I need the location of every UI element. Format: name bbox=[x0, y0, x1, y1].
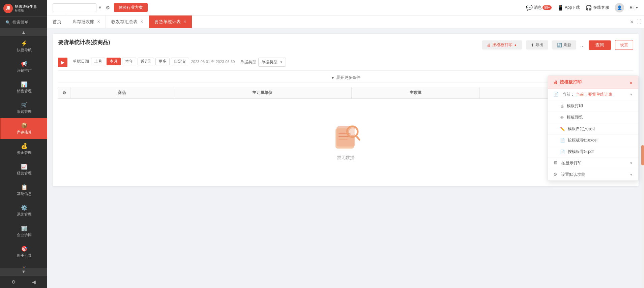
template-excel-item[interactable]: 📄 按模板导出excel bbox=[548, 135, 638, 146]
user-dropdown-arrow: ▼ bbox=[635, 6, 639, 9]
username-label[interactable]: Rit ▼ bbox=[630, 5, 639, 10]
topbar-search-input[interactable] bbox=[53, 3, 96, 12]
date-btn-custom[interactable]: 自定义 bbox=[171, 58, 189, 65]
template-print-icon: 🖨 bbox=[560, 104, 564, 108]
search-icon: 🔍 bbox=[5, 20, 10, 25]
table-col-product: 商品 bbox=[70, 87, 173, 99]
filter-expand-icon: ▶ bbox=[61, 60, 65, 65]
sidebar-item-basic[interactable]: 📋 基础信息 bbox=[0, 180, 47, 200]
guide-icon: 🎯 bbox=[21, 246, 28, 252]
settings-btn[interactable]: 设置 bbox=[615, 40, 633, 50]
sidebar-item-quick-nav[interactable]: ⚡ 快捷导航 bbox=[0, 36, 47, 57]
template-print-item[interactable]: 🖨 模板打印 bbox=[548, 100, 638, 112]
empty-icon bbox=[330, 119, 361, 149]
template-pdf-icon: 📄 bbox=[560, 150, 565, 154]
expand-conditions-btn[interactable]: ▼ 展开更多条件 bbox=[331, 75, 360, 81]
template-pdf-item[interactable]: 📄 按模板导出pdf bbox=[548, 146, 638, 158]
operation-icon: 📈 bbox=[21, 163, 28, 170]
table-col-settings[interactable]: ⚙ bbox=[58, 87, 70, 99]
minimize-window-btn[interactable]: ✕ bbox=[630, 19, 634, 25]
more-options-btn[interactable]: ... bbox=[580, 42, 585, 48]
sidebar-nav: ⚡ 快捷导航 📢 营销推广 📊 销售管理 🛒 采购管理 📦 库存核算 💰 资金管… bbox=[0, 36, 47, 268]
message-badge: 99+ bbox=[543, 5, 552, 10]
collapse-btn[interactable]: ◀ bbox=[32, 279, 36, 285]
basic-icon: 📋 bbox=[21, 184, 28, 190]
current-template-row[interactable]: 📄 当前： 当前：要货单统计表 ▼ bbox=[548, 89, 638, 100]
tab-close-collection-summary[interactable]: ✕ bbox=[140, 20, 143, 24]
set-default-row[interactable]: ⚙ 设置默认功能 ▼ bbox=[548, 169, 638, 181]
table-col-unit: 主计量单位 bbox=[173, 87, 352, 99]
sidebar-item-operation[interactable]: 📈 经营管理 bbox=[0, 159, 47, 180]
date-buttons: 上月 本月 本年 近7天 更多 自定义 bbox=[91, 58, 189, 65]
refresh-btn[interactable]: 🔄 刷新 bbox=[552, 40, 576, 50]
sidebar-footer: ⚙ ◀ bbox=[0, 276, 47, 288]
date-btn-more[interactable]: 更多 bbox=[155, 58, 170, 65]
scrollbar-track[interactable] bbox=[641, 28, 644, 288]
tab-order-stats[interactable]: 要货单统计表 ✕ bbox=[149, 15, 192, 28]
print-dropdown-popup: 🖨 按模板打印 ▲ 📄 当前： 当前：要货单统计表 ▼ 🖨 模板打印 bbox=[548, 75, 639, 181]
tab-close-order-stats[interactable]: ✕ bbox=[183, 20, 186, 24]
quick-nav-icon: ⚡ bbox=[21, 40, 28, 46]
sidebar-item-marketing[interactable]: 📢 营销推广 bbox=[0, 57, 47, 77]
tabs-end: ✕ ⛶ bbox=[192, 19, 644, 25]
print-icon: 🖨 bbox=[487, 43, 491, 47]
sidebar-item-finance[interactable]: 💰 资金管理 bbox=[0, 139, 47, 159]
export-icon: ⬆ bbox=[531, 43, 534, 47]
date-filter-label: 单据日期 bbox=[73, 59, 89, 64]
tab-home[interactable]: 首页 bbox=[47, 15, 67, 28]
tab-inventory-batch[interactable]: 库存批次账 ✕ bbox=[67, 15, 106, 28]
type-filter-label: 单据类型 bbox=[240, 59, 256, 65]
trial-industry-btn[interactable]: 体验行业方案 bbox=[114, 3, 148, 12]
type-filter-group: 单据类型 单据类型 ▼ bbox=[240, 58, 286, 67]
search-menu-btn[interactable]: 🔍 搜索菜单 bbox=[0, 17, 47, 28]
filter-toggle-btn[interactable]: ▶ bbox=[58, 58, 67, 67]
topbar-dropdown-arrow[interactable]: ▼ bbox=[98, 5, 102, 10]
sales-icon: 📊 bbox=[21, 81, 28, 88]
set-default-arrow: ▼ bbox=[630, 173, 633, 177]
logo-text: 畅康通好生意 标准版 bbox=[15, 4, 37, 13]
print-dropdown-title: 🖨 按模板打印 bbox=[553, 79, 582, 85]
template-custom-item[interactable]: ✏️ 模板自定义设计 bbox=[548, 123, 638, 135]
sidebar-item-purchase[interactable]: 🛒 采购管理 bbox=[0, 98, 47, 118]
date-range-display: 2023-06-01 至 2023-06-30 bbox=[191, 59, 235, 64]
print-template-btn[interactable]: 🖨 按模板打印 ▲ bbox=[482, 40, 522, 50]
sidebar-item-inventory[interactable]: 📦 库存核算 bbox=[0, 118, 47, 139]
app-logo[interactable]: 康 畅康通好生意 标准版 bbox=[0, 0, 47, 17]
user-avatar[interactable]: 👤 bbox=[615, 3, 624, 12]
export-btn[interactable]: ⬆ 导出 bbox=[526, 40, 548, 50]
sidebar-item-enterprise[interactable]: 🏢 企业协同 bbox=[0, 221, 47, 242]
print-dropdown-arrow: ▲ bbox=[514, 43, 517, 47]
settings-gear-btn[interactable]: ⚙ bbox=[11, 279, 16, 285]
scrollbar-thumb bbox=[641, 145, 644, 165]
maximize-window-btn[interactable]: ⛶ bbox=[637, 19, 641, 25]
message-btn[interactable]: 💬 消息 99+ bbox=[526, 4, 552, 11]
main-area: ▼ ⚙ 体验行业方案 💬 消息 99+ 📱 App下载 🎧 在线客服 👤 Rit… bbox=[47, 0, 644, 288]
logo-icon: 康 bbox=[3, 4, 13, 13]
topbar-gear-icon[interactable]: ⚙ bbox=[106, 5, 110, 11]
download-icon: 📱 bbox=[557, 4, 564, 11]
current-template-arrow: ▼ bbox=[630, 93, 633, 96]
tab-collection-summary[interactable]: 收发存汇总表 ✕ bbox=[106, 15, 149, 28]
type-select[interactable]: 单据类型 ▼ bbox=[258, 58, 286, 67]
sidebar-scroll-down[interactable]: ▼ bbox=[0, 268, 47, 276]
date-btn-this-year[interactable]: 本年 bbox=[122, 58, 136, 65]
date-btn-last-month[interactable]: 上月 bbox=[91, 58, 105, 65]
sidebar-scroll-up[interactable]: ▲ bbox=[0, 28, 47, 36]
date-btn-this-month[interactable]: 本月 bbox=[107, 58, 121, 65]
template-preview-item[interactable]: 👁 模板预览 bbox=[548, 112, 638, 123]
query-btn[interactable]: 查询 bbox=[589, 40, 611, 50]
online-service-btn[interactable]: 🎧 在线客服 bbox=[585, 4, 609, 11]
display-print-row[interactable]: 🖥 按显示打印 ▼ bbox=[548, 158, 638, 169]
system-icon: ⚙️ bbox=[21, 204, 28, 211]
sidebar-item-app-center[interactable]: 📱 应用中心 bbox=[0, 262, 47, 268]
date-btn-7days[interactable]: 近7天 bbox=[138, 58, 154, 65]
sidebar-item-sales[interactable]: 📊 销售管理 bbox=[0, 77, 47, 98]
app-download-btn[interactable]: 📱 App下载 bbox=[557, 4, 580, 11]
sidebar-item-guide[interactable]: 🎯 新手引导 bbox=[0, 242, 47, 262]
print-dropdown-header[interactable]: 🖨 按模板打印 ▲ bbox=[548, 76, 638, 89]
data-table: ⚙ 商品 主计量单位 主数量 零售金额 bbox=[58, 87, 633, 99]
tab-close-inventory-batch[interactable]: ✕ bbox=[97, 20, 100, 24]
empty-text: 暂无数据 bbox=[337, 155, 354, 161]
page-title: 要货单统计表(按商品) bbox=[58, 39, 110, 46]
sidebar-item-system[interactable]: ⚙️ 系统管理 bbox=[0, 200, 47, 221]
